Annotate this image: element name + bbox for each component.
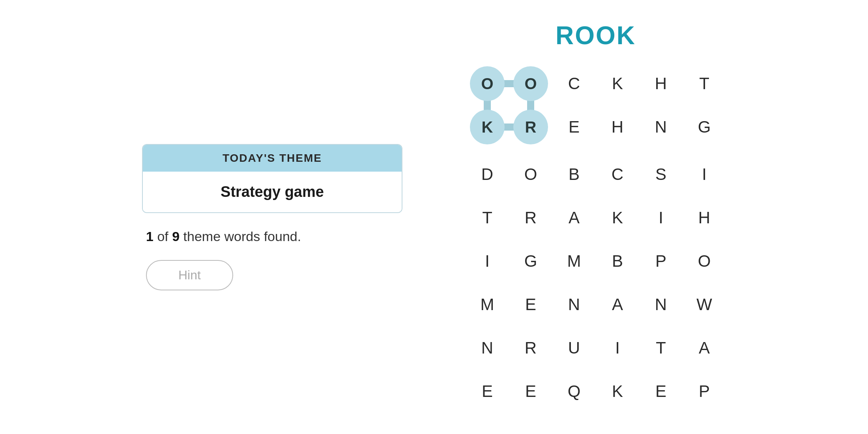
theme-card: TODAY'S THEME Strategy game — [142, 144, 402, 213]
letter-cell[interactable]: T — [639, 326, 683, 370]
letter-cell[interactable]: C — [552, 62, 596, 105]
letter-cell[interactable]: K — [596, 370, 639, 413]
highlighted-cell-R[interactable]: R — [513, 110, 548, 144]
highlighted-cell-O2[interactable]: O — [513, 66, 548, 101]
letter-cell[interactable]: W — [683, 283, 726, 326]
letter-cell[interactable]: I — [639, 196, 683, 239]
letter-cell[interactable]: H — [639, 62, 683, 105]
main-container: TODAY'S THEME Strategy game 1 of 9 theme… — [0, 0, 868, 434]
letter-cell[interactable]: I — [466, 239, 509, 283]
letter-cell[interactable]: T — [683, 62, 726, 105]
letter-cell[interactable]: K — [596, 62, 639, 105]
highlighted-cell-O1[interactable]: O — [470, 66, 505, 101]
found-count: 1 — [146, 229, 153, 244]
letter-cell[interactable]: D — [466, 153, 509, 196]
letter-cell[interactable]: N — [552, 283, 596, 326]
theme-label: TODAY'S THEME — [223, 152, 322, 164]
letter-cell[interactable]: G — [683, 105, 726, 149]
found-text-of: of — [157, 229, 168, 244]
game-title: ROOK — [556, 21, 636, 50]
right-panel: ROOK O O K R — [466, 21, 726, 413]
letter-cell[interactable]: N — [639, 283, 683, 326]
letter-cell[interactable]: N — [466, 326, 509, 370]
found-text: 1 of 9 theme words found. — [142, 229, 301, 244]
found-text-end: theme words found. — [183, 229, 301, 244]
letter-cell[interactable]: I — [683, 153, 726, 196]
letter-cell[interactable]: N — [639, 105, 683, 149]
letter-cell[interactable]: M — [552, 239, 596, 283]
letter-cell[interactable]: A — [683, 326, 726, 370]
full-grid: D O B C S I T R A K I H I G M B P O M E … — [466, 153, 726, 413]
letter-cell[interactable]: A — [552, 196, 596, 239]
letter-cell[interactable]: O — [683, 239, 726, 283]
letter-cell[interactable]: H — [683, 196, 726, 239]
hint-button[interactable]: Hint — [146, 260, 233, 290]
theme-value: Strategy game — [221, 183, 324, 200]
letter-cell[interactable]: E — [466, 370, 509, 413]
letter-cell[interactable]: C — [596, 153, 639, 196]
letter-cell[interactable]: P — [639, 239, 683, 283]
letter-cell[interactable]: M — [466, 283, 509, 326]
theme-card-header: TODAY'S THEME — [143, 145, 402, 172]
letter-cell[interactable]: I — [596, 326, 639, 370]
letter-cell[interactable]: E — [639, 370, 683, 413]
letter-cell[interactable]: E — [552, 105, 596, 149]
letter-cell[interactable]: R — [509, 326, 552, 370]
letter-cell[interactable]: E — [509, 283, 552, 326]
letter-cell[interactable]: E — [509, 370, 552, 413]
letter-cell[interactable]: S — [639, 153, 683, 196]
letter-cell[interactable]: A — [596, 283, 639, 326]
theme-card-body: Strategy game — [143, 172, 402, 212]
letter-cell[interactable]: O — [509, 153, 552, 196]
highlighted-cell-K[interactable]: K — [470, 110, 505, 144]
letter-cell[interactable]: G — [509, 239, 552, 283]
letter-cell[interactable]: B — [552, 153, 596, 196]
letter-cell[interactable]: T — [466, 196, 509, 239]
letter-cell[interactable]: Q — [552, 370, 596, 413]
highlight-group: O O K R — [466, 62, 552, 149]
total-count: 9 — [172, 229, 180, 244]
letter-cell[interactable]: K — [596, 196, 639, 239]
letter-cell[interactable]: P — [683, 370, 726, 413]
letter-cell[interactable]: H — [596, 105, 639, 149]
left-panel: TODAY'S THEME Strategy game 1 of 9 theme… — [142, 144, 402, 290]
letter-cell[interactable]: R — [509, 196, 552, 239]
letter-cell[interactable]: U — [552, 326, 596, 370]
letter-cell[interactable]: B — [596, 239, 639, 283]
